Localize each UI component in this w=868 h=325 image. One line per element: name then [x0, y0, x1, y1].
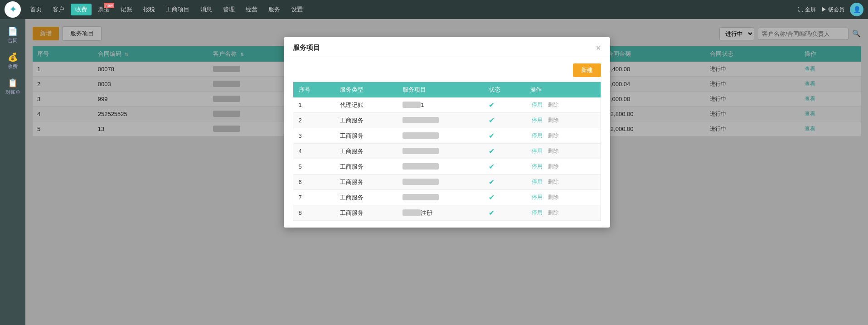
new-badge: new	[104, 3, 114, 8]
delete-button[interactable]: 删除	[546, 194, 561, 201]
modal-cell-type: 工商服务	[335, 128, 398, 144]
user-avatar[interactable]: 👤	[850, 3, 863, 16]
modal-cell-item	[397, 113, 483, 128]
nav-bookkeeping[interactable]: 记账	[116, 4, 137, 15]
status-check-icon: ✔	[489, 101, 495, 109]
nav-client[interactable]: 客户	[48, 4, 69, 15]
stop-button[interactable]: 停用	[530, 209, 544, 217]
modal-cell-item: 1	[397, 97, 483, 113]
modal-close-button[interactable]: ×	[596, 44, 601, 52]
nav-fee[interactable]: 收费	[71, 4, 92, 15]
stop-button[interactable]: 停用	[530, 132, 544, 140]
modal-cell-type: 工商服务	[335, 144, 398, 159]
member-btn[interactable]: ▶ 畅会员	[821, 6, 844, 14]
stop-button[interactable]: 停用	[530, 116, 544, 124]
modal-cell-type: 工商服务	[335, 205, 398, 221]
modal-table-row: 6 工商服务 ✔ 停用 删除	[293, 175, 601, 190]
sidebar-item-statement[interactable]: 📋 对账单	[1, 75, 24, 99]
modal-cell-type: 代理记账	[335, 97, 398, 113]
modal-table-row: 3 工商服务 ✔ 停用 删除	[293, 128, 601, 144]
modal-cell-seq: 7	[293, 190, 335, 205]
modal-cell-status: ✔	[483, 159, 524, 175]
nav-tax[interactable]: 报税	[139, 4, 160, 15]
sidebar-item-contract[interactable]: 📄 合同	[1, 24, 24, 48]
delete-button[interactable]: 删除	[546, 178, 561, 186]
delete-button[interactable]: 删除	[546, 163, 561, 170]
modal-title: 服务项目	[293, 44, 320, 52]
delete-button[interactable]: 删除	[546, 132, 561, 140]
modal-table-row: 1 代理记账 1 ✔ 停用 删除	[293, 97, 601, 113]
status-check-icon: ✔	[489, 178, 495, 186]
nav-message[interactable]: 消息	[196, 4, 217, 15]
modal-overlay[interactable]: 服务项目 × 新建 序号 服务类型 服务项目	[25, 19, 868, 325]
modal-cell-type: 工商服务	[335, 175, 398, 190]
modal-cell-action: 停用 删除	[524, 113, 600, 128]
modal-cell-item	[397, 159, 483, 175]
nav-business[interactable]: 工商项目	[161, 4, 194, 15]
modal-cell-action: 停用 删除	[524, 128, 600, 144]
modal-cell-seq: 5	[293, 159, 335, 175]
status-check-icon: ✔	[489, 209, 495, 217]
nav-right-area: ⛶ 全屏 ▶ 畅会员 👤	[798, 3, 863, 16]
nav-home[interactable]: 首页	[25, 4, 46, 15]
stop-button[interactable]: 停用	[530, 194, 544, 201]
service-items-modal: 服务项目 × 新建 序号 服务类型 服务项目	[284, 37, 610, 228]
nav-settings[interactable]: 设置	[286, 4, 307, 15]
modal-col-action: 操作	[524, 82, 600, 97]
modal-col-seq: 序号	[293, 82, 335, 97]
status-check-icon: ✔	[489, 147, 495, 155]
modal-cell-action: 停用 删除	[524, 159, 600, 175]
modal-cell-seq: 8	[293, 205, 335, 221]
status-check-icon: ✔	[489, 116, 495, 124]
modal-cell-seq: 6	[293, 175, 335, 190]
modal-cell-status: ✔	[483, 113, 524, 128]
nav-menu: 首页 客户 收费 票据 new 记账 报税 工商项目 消息 管理 经营 服务 设…	[25, 4, 798, 15]
modal-new-button[interactable]: 新建	[573, 63, 601, 77]
modal-col-type: 服务类型	[335, 82, 398, 97]
nav-manage[interactable]: 管理	[218, 4, 239, 15]
modal-cell-item	[397, 144, 483, 159]
modal-cell-status: ✔	[483, 205, 524, 221]
modal-table-wrap[interactable]: 序号 服务类型 服务项目 状态 操作 1 代理记账 1 ✔ 停用	[293, 82, 601, 221]
nav-invoice[interactable]: 票据 new	[93, 4, 114, 15]
modal-cell-status: ✔	[483, 97, 524, 113]
modal-cell-action: 停用 删除	[524, 205, 600, 221]
modal-cell-item	[397, 175, 483, 190]
modal-body: 新建 序号 服务类型 服务项目 状态 操作	[284, 57, 610, 228]
modal-toolbar: 新建	[293, 63, 601, 77]
delete-button[interactable]: 删除	[546, 116, 561, 124]
modal-cell-action: 停用 删除	[524, 190, 600, 205]
service-items-table: 序号 服务类型 服务项目 状态 操作 1 代理记账 1 ✔ 停用	[293, 82, 601, 221]
statement-icon: 📋	[8, 79, 18, 87]
delete-button[interactable]: 删除	[546, 147, 561, 155]
modal-cell-seq: 3	[293, 128, 335, 144]
content-area: 新增 服务项目 进行中 已结束 全部 🔍 序号 合同编码 ⇅ 客户名称 ⇅ 服务…	[25, 19, 868, 325]
app-logo: ✦	[5, 1, 21, 18]
stop-button[interactable]: 停用	[530, 147, 544, 155]
modal-col-item: 服务项目	[397, 82, 483, 97]
sidebar-item-label-contract: 合同	[8, 37, 18, 44]
status-check-icon: ✔	[489, 132, 495, 140]
delete-button[interactable]: 删除	[546, 209, 561, 217]
modal-cell-type: 工商服务	[335, 159, 398, 175]
modal-cell-item	[397, 190, 483, 205]
status-check-icon: ✔	[489, 194, 495, 201]
delete-button[interactable]: 删除	[546, 101, 561, 109]
modal-cell-status: ✔	[483, 190, 524, 205]
modal-cell-action: 停用 删除	[524, 175, 600, 190]
stop-button[interactable]: 停用	[530, 163, 544, 170]
fee-icon: 💰	[8, 53, 18, 61]
modal-cell-status: ✔	[483, 128, 524, 144]
fullscreen-btn[interactable]: ⛶ 全屏	[798, 6, 815, 14]
modal-table-row: 5 工商服务 ✔ 停用 删除	[293, 159, 601, 175]
sidebar-item-label-statement: 对账单	[5, 89, 20, 96]
modal-table-row: 7 工商服务 ✔ 停用 删除	[293, 190, 601, 205]
top-navigation: ✦ 首页 客户 收费 票据 new 记账 报税 工商项目 消息 管理 经营 服务…	[0, 0, 868, 19]
stop-button[interactable]: 停用	[530, 178, 544, 186]
modal-cell-type: 工商服务	[335, 190, 398, 205]
nav-service[interactable]: 服务	[264, 4, 285, 15]
nav-operation[interactable]: 经营	[241, 4, 262, 15]
stop-button[interactable]: 停用	[530, 101, 544, 109]
modal-header: 服务项目 ×	[284, 37, 610, 57]
sidebar-item-fee[interactable]: 💰 收费	[1, 49, 24, 73]
